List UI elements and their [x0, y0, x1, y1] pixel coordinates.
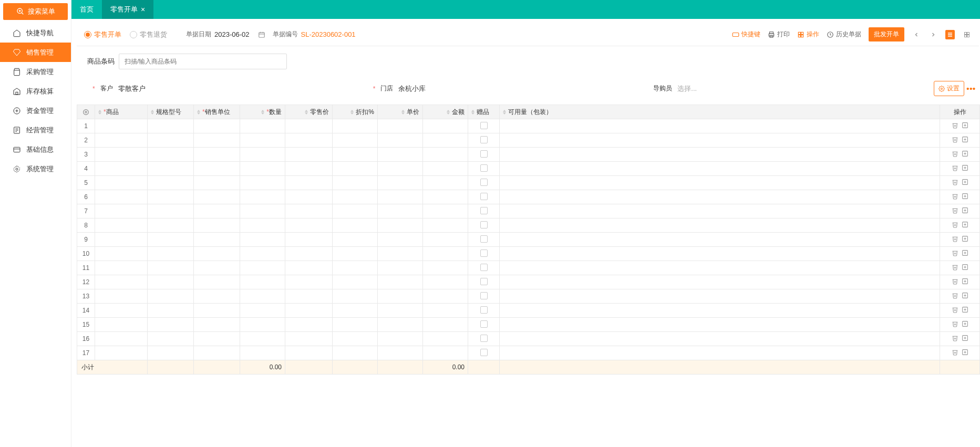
nav-quick[interactable]: 快捷导航 — [0, 23, 71, 43]
add-row-icon[interactable] — [962, 320, 968, 327]
cell-unit[interactable] — [194, 176, 240, 190]
print-button[interactable]: 打印 — [768, 30, 790, 39]
nav-inventory[interactable]: 库存核算 — [0, 81, 71, 101]
table-row[interactable]: 16 — [77, 332, 980, 346]
checkbox-icon[interactable] — [480, 164, 488, 172]
cell-price[interactable] — [378, 304, 423, 318]
cell-discount[interactable] — [333, 247, 378, 261]
cell-gift[interactable] — [468, 261, 500, 275]
table-row[interactable]: 12 — [77, 275, 980, 289]
doc-date-value[interactable]: 2023-06-02 — [214, 30, 250, 38]
checkbox-icon[interactable] — [480, 250, 488, 257]
cell-price[interactable] — [378, 289, 423, 304]
cell-spec[interactable] — [148, 233, 194, 247]
cell-product[interactable] — [95, 275, 148, 289]
cell-qty[interactable] — [240, 261, 285, 275]
cell-discount[interactable] — [333, 190, 378, 204]
cell-gift[interactable] — [468, 247, 500, 261]
cell-product[interactable] — [95, 148, 148, 162]
cell-spec[interactable] — [148, 162, 194, 176]
table-row[interactable]: 3 — [77, 148, 980, 162]
cell-unit[interactable] — [194, 162, 240, 176]
cell-retail[interactable] — [285, 346, 333, 360]
cell-price[interactable] — [378, 275, 423, 289]
cell-unit[interactable] — [194, 275, 240, 289]
cell-spec[interactable] — [148, 346, 194, 360]
cell-amount[interactable] — [423, 304, 468, 318]
table-row[interactable]: 1 — [77, 119, 980, 133]
cell-qty[interactable] — [240, 204, 285, 219]
add-row-icon[interactable] — [962, 292, 968, 299]
cell-gift[interactable] — [468, 346, 500, 360]
cell-amount[interactable] — [423, 133, 468, 148]
checkbox-icon[interactable] — [480, 122, 488, 129]
cell-amount[interactable] — [423, 119, 468, 133]
cell-discount[interactable] — [333, 346, 378, 360]
cell-qty[interactable] — [240, 148, 285, 162]
cell-spec[interactable] — [148, 289, 194, 304]
cell-unit[interactable] — [194, 289, 240, 304]
cell-unit[interactable] — [194, 332, 240, 346]
table-row[interactable]: 15 — [77, 318, 980, 332]
nav-business[interactable]: 经营管理 — [0, 120, 71, 140]
cell-gift[interactable] — [468, 332, 500, 346]
cell-retail[interactable] — [285, 204, 333, 219]
cell-gift[interactable] — [468, 275, 500, 289]
cell-discount[interactable] — [333, 304, 378, 318]
cell-gift[interactable] — [468, 204, 500, 219]
cell-spec[interactable] — [148, 190, 194, 204]
add-row-icon[interactable] — [962, 207, 968, 214]
cell-discount[interactable] — [333, 318, 378, 332]
cell-amount[interactable] — [423, 219, 468, 233]
cell-product[interactable] — [95, 219, 148, 233]
history-button[interactable]: 历史单据 — [827, 30, 861, 39]
cell-retail[interactable] — [285, 261, 333, 275]
checkbox-icon[interactable] — [480, 150, 488, 158]
cell-qty[interactable] — [240, 275, 285, 289]
cell-product[interactable] — [95, 332, 148, 346]
cell-amount[interactable] — [423, 190, 468, 204]
cell-qty[interactable] — [240, 318, 285, 332]
checkbox-icon[interactable] — [480, 193, 488, 200]
delete-icon[interactable] — [952, 306, 958, 313]
add-row-icon[interactable] — [962, 122, 968, 129]
delete-icon[interactable] — [952, 164, 958, 171]
guide-field[interactable]: 导购员 选择... ••• — [653, 84, 913, 93]
cell-qty[interactable] — [240, 233, 285, 247]
cell-amount[interactable] — [423, 176, 468, 190]
table-row[interactable]: 6 — [77, 190, 980, 204]
cell-price[interactable] — [378, 219, 423, 233]
unit-header[interactable]: *销售单位 — [194, 105, 240, 119]
cell-retail[interactable] — [285, 162, 333, 176]
table-row[interactable]: 13 — [77, 289, 980, 304]
cell-price[interactable] — [378, 148, 423, 162]
checkbox-icon[interactable] — [480, 335, 488, 342]
cell-gift[interactable] — [468, 318, 500, 332]
cell-product[interactable] — [95, 119, 148, 133]
close-icon[interactable]: × — [141, 5, 145, 14]
retail-header[interactable]: 零售价 — [285, 105, 333, 119]
cell-product[interactable] — [95, 190, 148, 204]
cell-unit[interactable] — [194, 133, 240, 148]
cell-retail[interactable] — [285, 304, 333, 318]
delete-icon[interactable] — [952, 136, 958, 143]
cell-gift[interactable] — [468, 233, 500, 247]
add-row-icon[interactable] — [962, 235, 968, 242]
gift-header[interactable]: 赠品 — [468, 105, 500, 119]
cell-qty[interactable] — [240, 133, 285, 148]
cell-unit[interactable] — [194, 346, 240, 360]
cell-qty[interactable] — [240, 219, 285, 233]
cell-retail[interactable] — [285, 289, 333, 304]
delete-icon[interactable] — [952, 320, 958, 327]
cell-qty[interactable] — [240, 190, 285, 204]
cell-gift[interactable] — [468, 162, 500, 176]
cell-spec[interactable] — [148, 204, 194, 219]
checkbox-icon[interactable] — [480, 179, 488, 186]
cell-product[interactable] — [95, 304, 148, 318]
cell-spec[interactable] — [148, 148, 194, 162]
search-menu-button[interactable]: 搜索菜单 — [3, 3, 68, 20]
delete-icon[interactable] — [952, 349, 958, 356]
delete-icon[interactable] — [952, 250, 958, 256]
cell-discount[interactable] — [333, 176, 378, 190]
add-row-icon[interactable] — [962, 136, 968, 143]
